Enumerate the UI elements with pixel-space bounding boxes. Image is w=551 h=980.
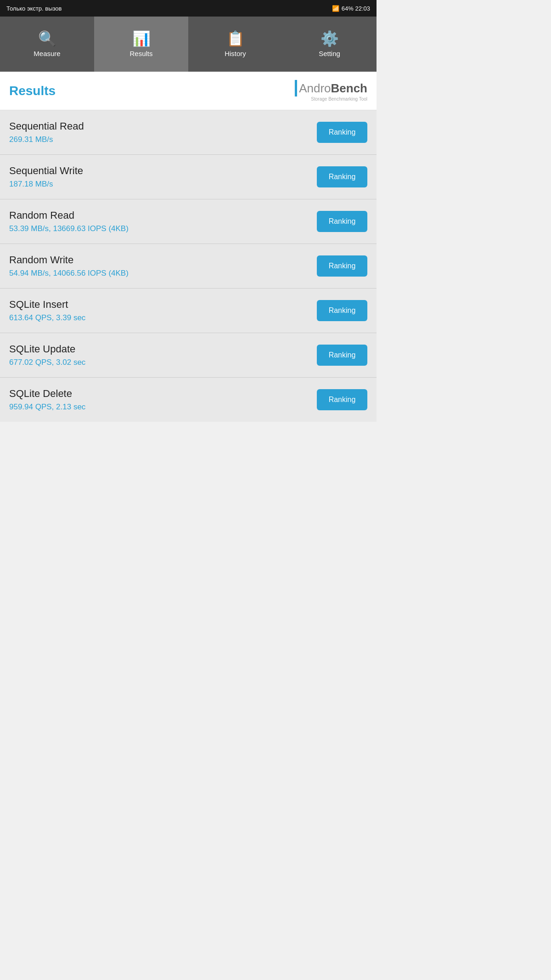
result-info: SQLite Update 677.02 QPS, 3.02 sec [9, 343, 85, 367]
nav-tab-results[interactable]: 📊 Results [94, 17, 188, 72]
nav-tabs: 🔍 Measure 📊 Results 📋 History ⚙️ Setting [0, 17, 377, 72]
brand-logo: AndroBench Storage Benchmarking Tool [295, 80, 367, 102]
ranking-button[interactable]: Ranking [317, 255, 367, 277]
result-info: Random Write 54.94 MB/s, 14066.56 IOPS (… [9, 254, 129, 278]
result-info: SQLite Insert 613.64 QPS, 3.39 sec [9, 299, 85, 323]
battery-status: 64% 22:03 [342, 5, 370, 12]
result-item: SQLite Insert 613.64 QPS, 3.39 sec Ranki… [0, 289, 377, 333]
result-name: Sequential Read [9, 120, 84, 132]
result-value: 613.64 QPS, 3.39 sec [9, 313, 85, 323]
result-info: Sequential Read 269.31 MB/s [9, 120, 84, 144]
result-value: 269.31 MB/s [9, 135, 84, 144]
ranking-button[interactable]: Ranking [317, 211, 367, 232]
measure-label: Measure [34, 50, 60, 57]
result-value: 53.39 MB/s, 13669.63 IOPS (4KB) [9, 224, 129, 233]
result-item: Random Write 54.94 MB/s, 14066.56 IOPS (… [0, 244, 377, 289]
result-value: 54.94 MB/s, 14066.56 IOPS (4KB) [9, 269, 129, 278]
nav-tab-setting[interactable]: ⚙️ Setting [282, 17, 377, 72]
setting-icon: ⚙️ [320, 31, 339, 46]
result-value: 959.94 QPS, 2.13 sec [9, 402, 85, 412]
nav-tab-history[interactable]: 📋 History [188, 17, 282, 72]
ranking-button[interactable]: Ranking [317, 166, 367, 187]
result-value: 677.02 QPS, 3.02 sec [9, 358, 85, 367]
result-item: SQLite Update 677.02 QPS, 3.02 sec Ranki… [0, 333, 377, 378]
result-item: Sequential Read 269.31 MB/s Ranking [0, 110, 377, 155]
result-item: Random Read 53.39 MB/s, 13669.63 IOPS (4… [0, 199, 377, 244]
status-carrier: Только экстр. вызов [6, 5, 62, 12]
result-info: Sequential Write 187.18 MB/s [9, 165, 83, 189]
status-bar: Только экстр. вызов 📶 64% 22:03 [0, 0, 377, 17]
setting-label: Setting [319, 50, 340, 57]
history-label: History [225, 50, 246, 57]
ranking-button[interactable]: Ranking [317, 345, 367, 366]
results-icon: 📊 [132, 31, 151, 46]
brand-subtitle: Storage Benchmarking Tool [311, 96, 367, 102]
nav-tab-measure[interactable]: 🔍 Measure [0, 17, 94, 72]
result-name: Sequential Write [9, 165, 83, 177]
result-value: 187.18 MB/s [9, 180, 83, 189]
brand-name: AndroBench [299, 81, 367, 96]
result-name: Random Write [9, 254, 129, 266]
brand-accent [295, 80, 297, 96]
result-info: SQLite Delete 959.94 QPS, 2.13 sec [9, 388, 85, 412]
results-list: Sequential Read 269.31 MB/s Ranking Sequ… [0, 110, 377, 422]
nfc-icon: 📶 [332, 5, 339, 12]
ranking-button[interactable]: Ranking [317, 300, 367, 321]
ranking-button[interactable]: Ranking [317, 389, 367, 410]
result-name: SQLite Insert [9, 299, 85, 311]
measure-icon: 🔍 [38, 31, 56, 46]
result-name: SQLite Delete [9, 388, 85, 400]
results-label: Results [129, 50, 152, 57]
result-name: Random Read [9, 210, 129, 221]
page-title: Results [9, 84, 56, 98]
result-name: SQLite Update [9, 343, 85, 355]
status-right: 📶 64% 22:03 [332, 5, 370, 12]
result-info: Random Read 53.39 MB/s, 13669.63 IOPS (4… [9, 210, 129, 233]
result-item: Sequential Write 187.18 MB/s Ranking [0, 155, 377, 199]
ranking-button[interactable]: Ranking [317, 122, 367, 143]
result-item: SQLite Delete 959.94 QPS, 2.13 sec Ranki… [0, 378, 377, 422]
header-row: Results AndroBench Storage Benchmarking … [0, 72, 377, 110]
history-icon: 📋 [226, 31, 245, 46]
